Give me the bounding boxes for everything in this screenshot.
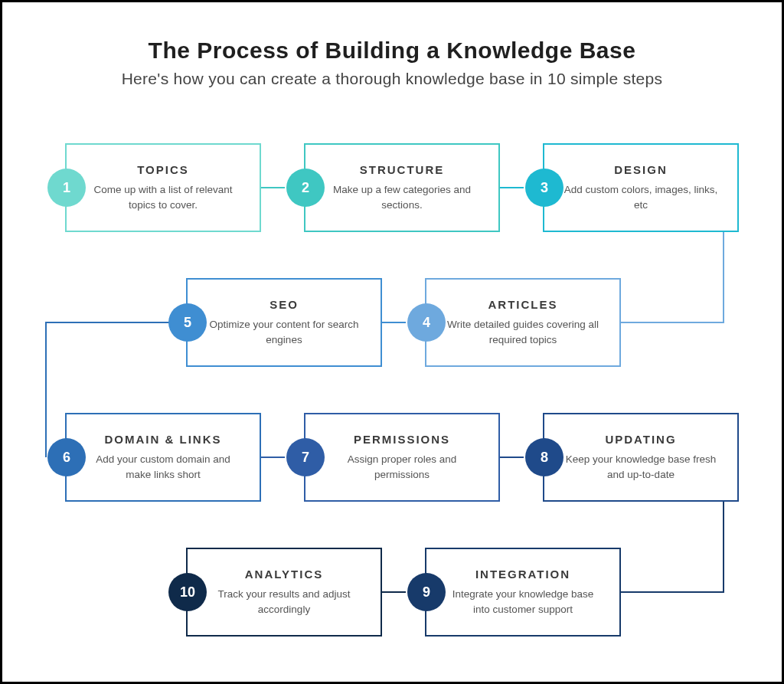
step-box-1: 1TOPICSCome up with a list of relevant t… xyxy=(65,143,261,232)
step-number-badge: 5 xyxy=(168,303,207,342)
step-label: INTEGRATION xyxy=(475,568,570,581)
diagram-stage: 1TOPICSCome up with a list of relevant t… xyxy=(2,2,782,682)
step-description: Integrate your knowledge base into custo… xyxy=(440,587,606,617)
step-description: Optimize your content for search engines xyxy=(201,317,367,347)
step-box-4: 4ARTICLESWrite detailed guides covering … xyxy=(425,278,621,367)
step-description: Track your results and adjust accordingl… xyxy=(201,587,367,617)
step-description: Add your custom domain and make links sh… xyxy=(80,452,246,482)
step-description: Write detailed guides covering all requi… xyxy=(440,317,606,347)
step-description: Add custom colors, images, links, etc xyxy=(558,182,724,212)
step-number-badge: 3 xyxy=(525,169,564,207)
step-box-7: 7PERMISSIONSAssign proper roles and perm… xyxy=(304,413,500,502)
step-box-8: 8UPDATINGKeep your knowledge base fresh … xyxy=(543,413,739,502)
step-box-2: 2STRUCTUREMake up a few categories and s… xyxy=(304,143,500,232)
step-label: STRUCTURE xyxy=(360,163,445,176)
step-label: SEO xyxy=(270,298,299,311)
step-label: ANALYTICS xyxy=(245,568,323,581)
step-box-5: 5SEOOptimize your content for search eng… xyxy=(186,278,382,367)
step-description: Make up a few categories and sections. xyxy=(319,182,485,212)
step-label: ARTICLES xyxy=(488,298,558,311)
step-number-badge: 9 xyxy=(407,573,446,611)
step-description: Assign proper roles and permissions xyxy=(319,452,485,482)
step-box-3: 3DESIGNAdd custom colors, images, links,… xyxy=(543,143,739,232)
step-number-badge: 8 xyxy=(525,438,564,476)
step-box-10: 10ANALYTICSTrack your results and adjust… xyxy=(186,548,382,637)
step-number-badge: 7 xyxy=(286,438,325,476)
step-description: Keep your knowledge base fresh and up-to… xyxy=(558,452,724,482)
step-box-6: 6DOMAIN & LINKSAdd your custom domain an… xyxy=(65,413,261,502)
step-label: TOPICS xyxy=(137,163,189,176)
connector-lines xyxy=(2,2,784,684)
diagram-frame: The Process of Building a Knowledge Base… xyxy=(0,0,784,684)
step-number-badge: 2 xyxy=(286,169,325,207)
step-description: Come up with a list of relevant topics t… xyxy=(80,182,246,212)
step-label: DESIGN xyxy=(614,163,668,176)
step-label: DOMAIN & LINKS xyxy=(105,433,222,446)
step-number-badge: 10 xyxy=(168,573,207,611)
step-label: UPDATING xyxy=(605,433,676,446)
step-box-9: 9INTEGRATIONIntegrate your knowledge bas… xyxy=(425,548,621,637)
step-number-badge: 4 xyxy=(407,303,446,342)
step-number-badge: 1 xyxy=(47,169,86,207)
step-number-badge: 6 xyxy=(47,438,86,476)
step-label: PERMISSIONS xyxy=(354,433,450,446)
